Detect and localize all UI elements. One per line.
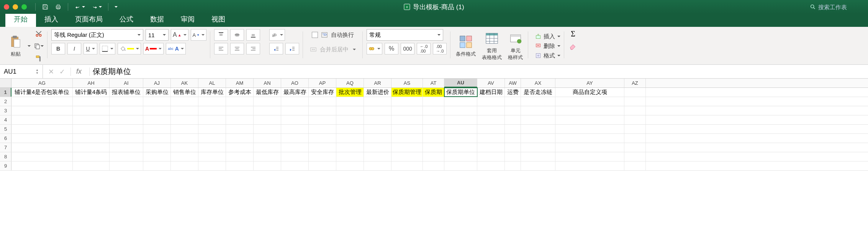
cell-AW8[interactable] — [505, 152, 521, 161]
cell-AV1[interactable]: 建档日期 — [477, 88, 505, 97]
align-middle-button[interactable] — [230, 29, 244, 41]
cell-AL9[interactable] — [198, 161, 226, 170]
cell-AR6[interactable] — [364, 134, 391, 143]
cell-AY2[interactable] — [555, 97, 624, 106]
grid-rows[interactable]: 1辅计量4是否包装单位辅计量4条码报表辅单位采购单位销售单位库存单位参考成本最低… — [0, 88, 868, 171]
cell-AL4[interactable] — [198, 115, 226, 124]
cell-AR3[interactable] — [364, 106, 391, 115]
cell-AS6[interactable] — [391, 134, 423, 143]
cell-AV6[interactable] — [477, 134, 505, 143]
cell-AM9[interactable] — [226, 161, 254, 170]
cell-AQ8[interactable] — [336, 152, 364, 161]
cell-AQ9[interactable] — [336, 161, 364, 170]
minimize-window-button[interactable] — [13, 4, 18, 10]
cell-AO5[interactable] — [281, 125, 309, 133]
cell-AT4[interactable] — [423, 115, 444, 124]
cell-AN4[interactable] — [254, 115, 281, 124]
row-header-5[interactable]: 5 — [0, 125, 11, 133]
phonetic-button[interactable]: abcA — [166, 43, 186, 54]
increase-indent-button[interactable] — [285, 43, 299, 54]
col-header-AY[interactable]: AY — [555, 79, 624, 87]
format-cells-button[interactable]: 格式 — [535, 52, 560, 59]
cell-AV3[interactable] — [477, 106, 505, 115]
cell-AL5[interactable] — [198, 125, 226, 133]
col-header-AH[interactable]: AH — [73, 79, 110, 87]
autosum-button[interactable]: Σ — [568, 29, 578, 38]
cell-AJ8[interactable] — [143, 152, 171, 161]
cell-AM2[interactable] — [226, 97, 254, 106]
cell-AH3[interactable] — [73, 106, 110, 115]
cell-AS5[interactable] — [391, 125, 423, 133]
cell-AV9[interactable] — [477, 161, 505, 170]
cell-AU7[interactable] — [444, 143, 477, 152]
col-header-AX[interactable]: AX — [521, 79, 555, 87]
cell-AZ6[interactable] — [624, 134, 646, 143]
tab-插入[interactable]: 插入 — [36, 12, 67, 27]
row-header-4[interactable]: 4 — [0, 115, 11, 124]
col-header-AV[interactable]: AV — [477, 79, 505, 87]
cell-AI9[interactable] — [110, 161, 143, 170]
cell-AR7[interactable] — [364, 143, 391, 152]
cell-AK8[interactable] — [171, 152, 198, 161]
col-header-AG[interactable]: AG — [11, 79, 73, 87]
cell-AL3[interactable] — [198, 106, 226, 115]
cell-AU9[interactable] — [444, 161, 477, 170]
cell-AG1[interactable]: 辅计量4是否包装单位 — [11, 88, 73, 97]
font-name-combo[interactable]: 等线 Regular (正文) — [51, 29, 143, 41]
cell-AT8[interactable] — [423, 152, 444, 161]
cell-AT3[interactable] — [423, 106, 444, 115]
cell-AQ3[interactable] — [336, 106, 364, 115]
cell-AS2[interactable] — [391, 97, 423, 106]
bold-button[interactable]: B — [51, 43, 65, 54]
cell-AK7[interactable] — [171, 143, 198, 152]
cell-AN5[interactable] — [254, 125, 281, 133]
cell-AN1[interactable]: 最低库存 — [254, 88, 281, 97]
col-header-AI[interactable]: AI — [110, 79, 143, 87]
tab-数据[interactable]: 数据 — [142, 12, 172, 27]
wrap-text-button[interactable]: 自动换行 — [309, 29, 357, 41]
cell-AV8[interactable] — [477, 152, 505, 161]
zoom-window-button[interactable] — [21, 4, 27, 10]
cell-AT5[interactable] — [423, 125, 444, 133]
cell-AI2[interactable] — [110, 97, 143, 106]
merge-center-button[interactable]: 合并后居中 — [307, 44, 359, 55]
cell-AX3[interactable] — [521, 106, 555, 115]
col-header-AM[interactable]: AM — [226, 79, 254, 87]
cell-AN6[interactable] — [254, 134, 281, 143]
cell-AY6[interactable] — [555, 134, 624, 143]
cell-AT6[interactable] — [423, 134, 444, 143]
cell-AO1[interactable]: 最高库存 — [281, 88, 309, 97]
align-center-button[interactable] — [230, 43, 244, 54]
column-headers[interactable]: AGAHAIAJAKALAMANAOAPAQARASATAUAVAWAXAYAZ — [11, 79, 868, 88]
tab-审阅[interactable]: 审阅 — [172, 12, 203, 27]
cell-AT2[interactable] — [423, 97, 444, 106]
cell-AK3[interactable] — [171, 106, 198, 115]
cell-AZ1[interactable] — [624, 88, 646, 97]
cell-AI5[interactable] — [110, 125, 143, 133]
cell-AG8[interactable] — [11, 152, 73, 161]
cell-AZ9[interactable] — [624, 161, 646, 170]
align-right-button[interactable] — [246, 43, 260, 54]
cell-AL2[interactable] — [198, 97, 226, 106]
decrease-font-button[interactable]: A▼ — [191, 29, 207, 41]
row-header-9[interactable]: 9 — [0, 161, 11, 170]
cut-button[interactable] — [34, 29, 44, 38]
cell-AO9[interactable] — [281, 161, 309, 170]
cell-AY5[interactable] — [555, 125, 624, 133]
cell-AI1[interactable]: 报表辅单位 — [110, 88, 143, 97]
cell-AO3[interactable] — [281, 106, 309, 115]
conditional-format-button[interactable]: 条件格式 — [454, 34, 477, 58]
cell-AQ4[interactable] — [336, 115, 364, 124]
col-header-AP[interactable]: AP — [309, 79, 336, 87]
cell-AH6[interactable] — [73, 134, 110, 143]
cell-AT1[interactable]: 保质期 — [423, 88, 444, 97]
cell-AP7[interactable] — [309, 143, 336, 152]
paste-button[interactable]: 粘贴 — [7, 34, 25, 58]
cell-AX7[interactable] — [521, 143, 555, 152]
col-header-AQ[interactable]: AQ — [336, 79, 364, 87]
redo-button[interactable] — [91, 3, 102, 10]
row-header-1[interactable]: 1 — [0, 88, 11, 97]
cell-AR9[interactable] — [364, 161, 391, 170]
cell-AL7[interactable] — [198, 143, 226, 152]
cell-AI6[interactable] — [110, 134, 143, 143]
